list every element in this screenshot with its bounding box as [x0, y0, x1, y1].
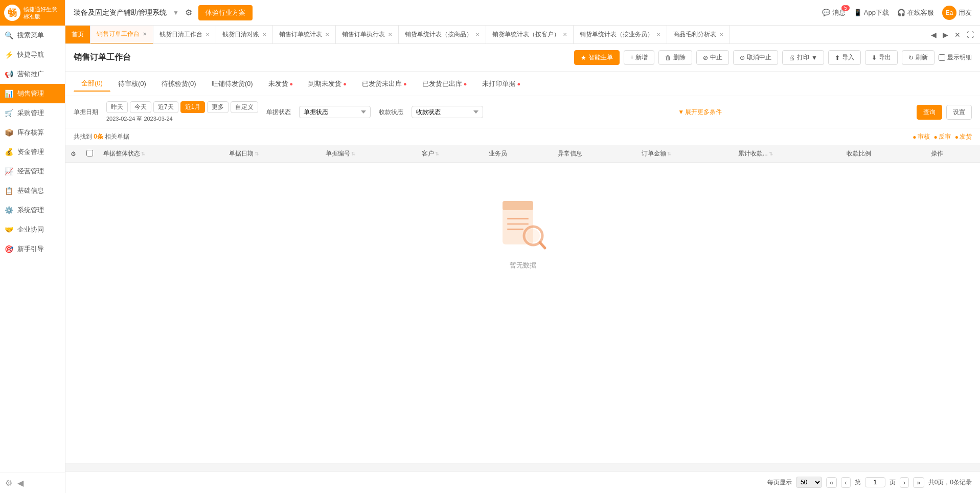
tab-sales-workbench[interactable]: 销售订单工作台 ✕ — [90, 26, 153, 44]
col-number-header[interactable]: 单据编号⇅ — [321, 145, 417, 163]
filter-tab-not-shipped[interactable]: 未发货 ● — [261, 76, 301, 92]
import-button[interactable]: ⬆ 导入 — [828, 50, 861, 65]
refresh-button[interactable]: ↻ 刷新 — [902, 50, 935, 65]
tab-prev-button[interactable]: ◀ — [929, 30, 939, 40]
horizontal-scrollbar[interactable] — [65, 463, 980, 471]
filter-tab-pending-inspection[interactable]: 待拣验货(0) — [154, 76, 204, 92]
sidebar-item-guide[interactable]: 🎯 新手引导 — [0, 239, 65, 259]
last-page-button[interactable]: » — [913, 477, 924, 488]
display-dense-toggle[interactable]: 显示明细 — [939, 53, 972, 62]
tab-close-all-button[interactable]: ✕ — [952, 30, 963, 40]
next-page-button[interactable]: › — [900, 477, 909, 488]
tab-next-button[interactable]: ▶ — [941, 30, 950, 40]
col-collected-header[interactable]: 累计收款...⇅ — [733, 145, 842, 163]
filter-tab-shipped-not-out[interactable]: 已发货未出库 ● — [354, 76, 415, 92]
filter-tab-all[interactable]: 全部(0) — [74, 76, 110, 92]
sidebar-item-marketing[interactable]: 📢 营销推广 — [0, 64, 65, 84]
review-action-button[interactable]: ● 审核 — [913, 132, 929, 141]
tab-close-icon[interactable]: ✕ — [475, 32, 480, 37]
tab-sales-summary-staff[interactable]: 销货单统计表（按业务员） ✕ — [574, 26, 667, 44]
filter-tab-overdue-not-shipped[interactable]: 到期未发货 ● — [301, 76, 354, 92]
sidebar-item-sales[interactable]: 📊 销售管理 — [0, 84, 65, 103]
tab-cash-daily[interactable]: 钱货日清工作台 ✕ — [153, 26, 216, 44]
sidebar-item-inventory[interactable]: 📦 库存核算 — [0, 123, 65, 142]
sidebar-item-basic[interactable]: 📋 基础信息 — [0, 181, 65, 200]
date-7days-btn[interactable]: 近7天 — [153, 101, 178, 113]
filter-tab-not-printed[interactable]: 未打印单据 ● — [474, 76, 528, 92]
print-button[interactable]: 🖨 打印 ▼ — [782, 50, 824, 65]
tab-sales-exec[interactable]: 销售订单执行表 ✕ — [336, 26, 399, 44]
online-service-button[interactable]: 🎧 在线客服 — [897, 8, 934, 17]
display-dense-checkbox[interactable] — [939, 54, 945, 61]
payment-filter-select[interactable]: 收款状态 — [412, 106, 483, 118]
tab-close-icon[interactable]: ✕ — [262, 32, 266, 37]
col-setting[interactable]: ⚙ — [65, 145, 81, 163]
date-custom-btn[interactable]: 自定义 — [231, 101, 258, 113]
col-salesperson-header[interactable]: 业务员 — [484, 145, 553, 163]
add-button[interactable]: + 新增 — [624, 50, 654, 65]
tab-close-icon[interactable]: ✕ — [388, 32, 392, 37]
sidebar-item-system[interactable]: ⚙️ 系统管理 — [0, 200, 65, 220]
tab-close-icon[interactable]: ✕ — [563, 32, 567, 37]
anti-review-action-button[interactable]: ● 反审 — [934, 132, 951, 141]
page-title: 销售订单工作台 — [74, 52, 131, 63]
tab-cash-reconcile[interactable]: 钱货日清对账 ✕ — [216, 26, 273, 44]
status-filter-select[interactable]: 单据状态 — [299, 106, 371, 118]
message-button[interactable]: 💬 消息 5 — [822, 8, 846, 17]
sidebar-item-finance[interactable]: 💰 资金管理 — [0, 142, 65, 162]
clipboard-icon: 📋 — [4, 186, 13, 195]
tab-close-icon[interactable]: ✕ — [143, 31, 147, 37]
solution-button[interactable]: 体验行业方案 — [198, 5, 253, 20]
tab-sales-stats[interactable]: 销售订单统计表 ✕ — [273, 26, 336, 44]
topbar-dropdown-icon[interactable]: ▼ — [173, 9, 179, 16]
delete-button[interactable]: 🗑 删除 — [658, 50, 692, 65]
tab-sales-summary-customer[interactable]: 销货单统计表（按客户） ✕ — [486, 26, 574, 44]
select-all-checkbox[interactable] — [86, 150, 93, 156]
tab-close-icon[interactable]: ✕ — [656, 32, 660, 37]
sidebar-item-search[interactable]: 🔍 搜索菜单 — [0, 26, 65, 45]
settings-bottom-icon[interactable]: ⚙ — [5, 478, 12, 488]
suspend-button[interactable]: ⊘ 中止 — [696, 50, 729, 65]
page-size-select[interactable]: 10 20 50 100 — [796, 477, 822, 488]
first-page-button[interactable]: « — [826, 477, 837, 488]
ship-action-button[interactable]: ● 发货 — [955, 132, 972, 141]
filter-tab-wangpu-pending[interactable]: 旺铺待发货(0) — [204, 76, 261, 92]
filter-tab-shipped-out[interactable]: 已发货已出库 ● — [415, 76, 475, 92]
sidebar-item-collab[interactable]: 🤝 企业协同 — [0, 220, 65, 239]
tab-sales-summary-product[interactable]: 销货单统计表（按商品） ✕ — [399, 26, 486, 44]
search-icon: 🔍 — [4, 31, 13, 40]
topbar-settings-icon[interactable]: ⚙ — [185, 8, 192, 17]
tab-product-margin[interactable]: 商品毛利分析表 ✕ — [667, 26, 730, 44]
query-button[interactable]: 查询 — [917, 105, 942, 120]
sidebar-item-quicknav[interactable]: ⚡ 快捷导航 — [0, 45, 65, 64]
date-more-btn[interactable]: 更多 — [207, 101, 229, 113]
collapse-icon[interactable]: ◀ — [17, 478, 24, 488]
tab-close-icon[interactable]: ✕ — [719, 32, 723, 37]
col-amount-header[interactable]: 订单金额⇅ — [636, 145, 733, 163]
tab-home[interactable]: 首页 — [65, 26, 90, 44]
export-button[interactable]: ⬇ 导出 — [865, 50, 898, 65]
date-yesterday-btn[interactable]: 昨天 — [106, 101, 128, 113]
app-download-button[interactable]: 📱 App下载 — [854, 8, 889, 17]
money-icon: 💰 — [4, 147, 13, 156]
date-1month-btn[interactable]: 近1月 — [180, 101, 206, 113]
filter-settings-button[interactable]: 设置 — [946, 105, 972, 120]
col-date-header[interactable]: 单据日期⇅ — [224, 145, 320, 163]
smart-create-button[interactable]: ★ 智能生单 — [574, 50, 620, 65]
page-input[interactable] — [865, 477, 885, 487]
prev-page-button[interactable]: ‹ — [841, 477, 850, 488]
col-status-header[interactable]: 单据整体状态⇅ — [98, 145, 224, 163]
tab-close-icon[interactable]: ✕ — [325, 32, 329, 37]
filter-tab-pending-review[interactable]: 待审核(0) — [110, 76, 154, 92]
tab-fullscreen-button[interactable]: ⛶ — [965, 30, 976, 40]
cancel-suspend-button[interactable]: ⊙ 取消中止 — [733, 50, 778, 65]
col-customer-header[interactable]: 客户⇅ — [417, 145, 483, 163]
summary-count: 0条 — [94, 133, 103, 140]
sidebar-item-operation[interactable]: 📈 经营管理 — [0, 162, 65, 181]
tab-close-icon[interactable]: ✕ — [206, 32, 210, 37]
date-today-btn[interactable]: 今天 — [130, 101, 151, 113]
user-menu-button[interactable]: Ea 用友 — [942, 6, 972, 20]
sort-icon: ⇅ — [435, 151, 439, 156]
expand-filter-button[interactable]: ▼ 展开更多条件 — [678, 108, 722, 117]
sidebar-item-purchase[interactable]: 🛒 采购管理 — [0, 103, 65, 123]
